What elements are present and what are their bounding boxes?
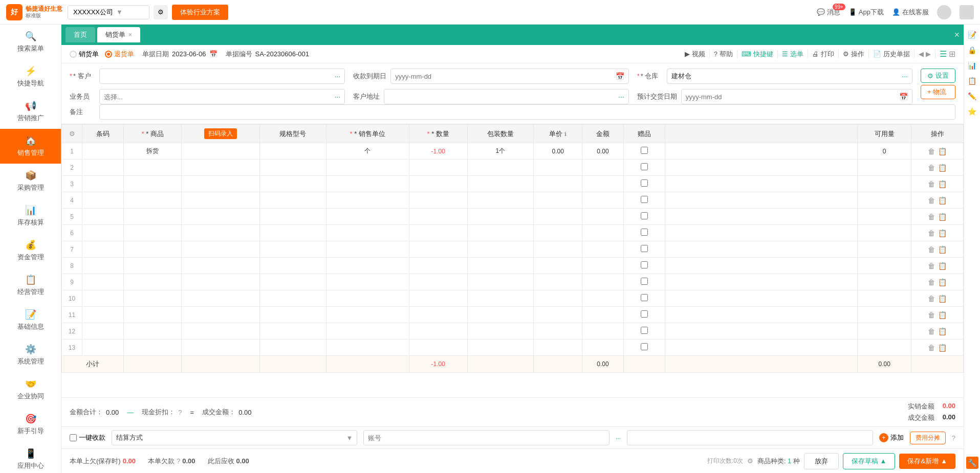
cell-pkg-qty[interactable] bbox=[467, 192, 534, 209]
copy-icon[interactable]: 📋 bbox=[938, 229, 947, 237]
cell-pkg-qty[interactable] bbox=[467, 241, 534, 258]
cell-goods[interactable] bbox=[123, 160, 182, 176]
cell-action[interactable]: 🗑 📋 bbox=[911, 340, 964, 356]
cell-unit[interactable] bbox=[326, 176, 409, 192]
cell-qty[interactable] bbox=[409, 225, 468, 241]
delete-icon[interactable]: 🗑 bbox=[928, 180, 935, 188]
warehouse-input[interactable]: 建材仓 ··· bbox=[667, 69, 912, 84]
rt-tool-orange[interactable]: 🔧 bbox=[966, 457, 978, 469]
message-button[interactable]: 💬 消息 99+ bbox=[817, 8, 840, 17]
sidebar-item-system[interactable]: ⚙️ 系统管理 bbox=[0, 337, 61, 372]
sidebar-item-inventory[interactable]: 📊 库存核算 bbox=[0, 198, 61, 233]
cell-pkg-qty[interactable] bbox=[467, 225, 534, 241]
cell-action[interactable]: 🗑 📋 bbox=[911, 323, 964, 340]
cell-pkg-qty[interactable] bbox=[467, 258, 534, 274]
cell-goods[interactable] bbox=[123, 323, 182, 340]
gift-checkbox[interactable] bbox=[641, 196, 648, 203]
grid-view-icon[interactable]: ⊞ bbox=[949, 49, 955, 59]
cell-action[interactable]: 🗑 📋 bbox=[911, 160, 964, 176]
cell-price[interactable] bbox=[534, 340, 582, 356]
delete-icon[interactable]: 🗑 bbox=[928, 295, 935, 303]
save-new-button[interactable]: 保存&新增 ▲ bbox=[899, 454, 955, 469]
cell-unit[interactable] bbox=[326, 209, 409, 225]
sidebar-item-nav[interactable]: ⚡ 快捷导航 bbox=[0, 59, 61, 94]
gift-checkbox[interactable] bbox=[641, 163, 648, 170]
cell-goods[interactable] bbox=[123, 209, 182, 225]
cell-barcode[interactable] bbox=[82, 225, 124, 241]
price-info-icon[interactable]: ℹ bbox=[564, 131, 567, 137]
cell-goods[interactable] bbox=[123, 290, 182, 307]
cell-qty[interactable] bbox=[409, 209, 468, 225]
rt-star[interactable]: ⭐ bbox=[966, 105, 978, 118]
cell-pkg-qty[interactable]: 1个 bbox=[467, 143, 534, 160]
fee-help-icon[interactable]: ? bbox=[952, 434, 955, 442]
gift-checkbox[interactable] bbox=[641, 261, 648, 268]
cell-action[interactable]: 🗑 📋 bbox=[911, 258, 964, 274]
cell-pkg-qty[interactable] bbox=[467, 274, 534, 290]
copy-icon[interactable]: 📋 bbox=[938, 245, 947, 254]
sidebar-item-basic[interactable]: 📝 基础信息 bbox=[0, 303, 61, 337]
cell-price[interactable] bbox=[534, 307, 582, 323]
account-select-dots[interactable]: ··· bbox=[616, 434, 621, 442]
cell-goods[interactable] bbox=[123, 274, 182, 290]
cell-amount[interactable] bbox=[582, 307, 624, 323]
copy-icon[interactable]: 📋 bbox=[938, 180, 947, 188]
expected-date-text[interactable] bbox=[686, 93, 897, 101]
sidebar-item-search[interactable]: 🔍 搜索菜单 bbox=[0, 25, 61, 59]
cell-barcode[interactable] bbox=[82, 241, 124, 258]
cell-action[interactable]: 🗑 📋 bbox=[911, 209, 964, 225]
sidebar-item-guide[interactable]: 🎯 新手引导 bbox=[0, 407, 61, 442]
cell-price[interactable] bbox=[534, 323, 582, 340]
salesperson-select-icon[interactable]: ··· bbox=[335, 93, 341, 101]
cell-qty[interactable] bbox=[409, 323, 468, 340]
cell-spec[interactable] bbox=[259, 323, 326, 340]
cell-amount[interactable] bbox=[582, 323, 624, 340]
cell-gift[interactable] bbox=[623, 290, 665, 307]
cell-spec[interactable] bbox=[259, 176, 326, 192]
cell-price[interactable] bbox=[534, 176, 582, 192]
cell-pkg-qty[interactable] bbox=[467, 209, 534, 225]
cell-goods[interactable] bbox=[123, 225, 182, 241]
cell-amount[interactable] bbox=[582, 241, 624, 258]
copy-icon[interactable]: 📋 bbox=[938, 147, 947, 155]
user-avatar[interactable] bbox=[937, 5, 951, 19]
action-print[interactable]: 🖨 打印 bbox=[812, 50, 834, 59]
cell-pkg-qty[interactable] bbox=[467, 290, 534, 307]
expected-date-calendar-icon[interactable]: 📅 bbox=[899, 93, 908, 101]
user-menu-icon[interactable] bbox=[960, 5, 974, 19]
cell-qty[interactable] bbox=[409, 241, 468, 258]
scan-button[interactable]: 扫码录入 bbox=[204, 128, 237, 139]
cell-amount[interactable] bbox=[582, 274, 624, 290]
cell-unit[interactable] bbox=[326, 225, 409, 241]
cell-unit[interactable] bbox=[326, 340, 409, 356]
delete-icon[interactable]: 🗑 bbox=[928, 147, 935, 155]
action-operation[interactable]: ⚙ 操作 bbox=[843, 50, 864, 59]
cell-barcode[interactable] bbox=[82, 192, 124, 209]
gift-checkbox[interactable] bbox=[641, 229, 648, 236]
gift-checkbox[interactable] bbox=[641, 245, 648, 252]
cell-action[interactable]: 🗑 📋 bbox=[911, 143, 964, 160]
cell-unit[interactable] bbox=[326, 241, 409, 258]
action-help[interactable]: ? 帮助 bbox=[714, 50, 733, 59]
th-settings[interactable]: ⚙ bbox=[62, 125, 82, 143]
radio-sale[interactable]: 销货单 bbox=[70, 50, 99, 59]
date-picker-icon[interactable]: 📅 bbox=[209, 50, 217, 58]
cell-qty[interactable] bbox=[409, 340, 468, 356]
cell-qty[interactable] bbox=[409, 160, 468, 176]
cell-price[interactable] bbox=[534, 209, 582, 225]
cell-gift[interactable] bbox=[623, 274, 665, 290]
cell-qty[interactable] bbox=[409, 192, 468, 209]
add-button[interactable]: + bbox=[879, 433, 888, 442]
amount-text[interactable] bbox=[631, 434, 868, 442]
goods-type-value[interactable]: 1 bbox=[788, 457, 791, 465]
account-text[interactable] bbox=[368, 434, 604, 442]
cell-barcode[interactable] bbox=[82, 274, 124, 290]
cell-barcode[interactable] bbox=[82, 258, 124, 274]
delete-icon[interactable]: 🗑 bbox=[928, 278, 935, 286]
cell-gift[interactable] bbox=[623, 258, 665, 274]
cell-pkg-qty[interactable] bbox=[467, 176, 534, 192]
cell-amount[interactable]: 0.00 bbox=[582, 143, 624, 160]
radio-return[interactable]: 退货单 bbox=[105, 50, 134, 59]
cell-goods[interactable] bbox=[123, 192, 182, 209]
cell-barcode[interactable] bbox=[82, 307, 124, 323]
